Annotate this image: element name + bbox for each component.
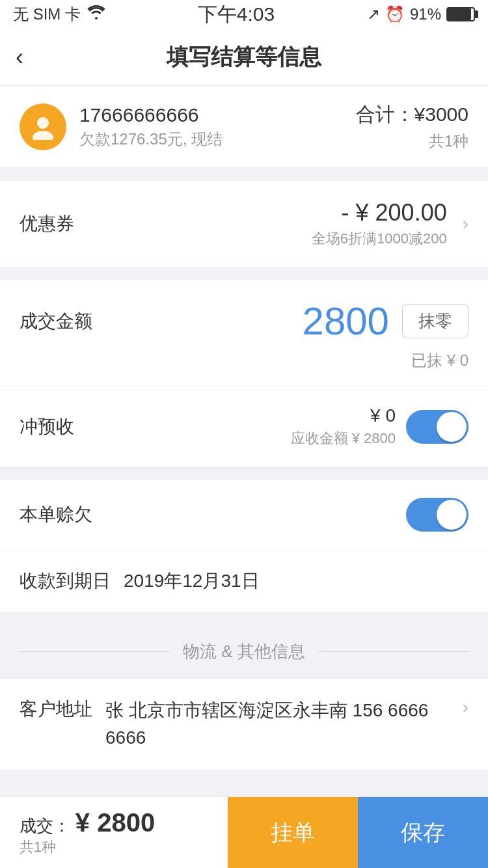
nav-bar: ‹ 填写结算等信息 xyxy=(0,29,488,86)
carrier-label: 无 SIM 卡 xyxy=(13,4,81,25)
customer-note: 欠款1276.35元, 现结 xyxy=(79,129,223,150)
advance-value: ¥ 0 xyxy=(291,405,396,426)
status-right: ↗ ⏰ 91% xyxy=(367,5,475,23)
svg-point-1 xyxy=(33,131,53,140)
deal-amount: 2800 xyxy=(303,299,389,344)
advance-row: 冲预收 ¥ 0 应收金额 ¥ 2800 xyxy=(0,387,488,467)
alarm-icon: ⏰ xyxy=(385,5,405,23)
advance-sub: 应收金额 ¥ 2800 xyxy=(291,429,396,448)
bottom-amount: ¥ 2800 xyxy=(75,808,155,837)
customer-phone: 17666666666 xyxy=(79,104,223,126)
logistics-divider: 物流 & 其他信息 xyxy=(0,625,488,679)
page-title: 填写结算等信息 xyxy=(167,42,321,72)
total-count: 共1种 xyxy=(356,131,468,152)
back-button[interactable]: ‹ xyxy=(16,44,23,71)
logistics-label: 物流 & 其他信息 xyxy=(183,640,305,663)
round-button[interactable]: 抹零 xyxy=(402,304,468,338)
chevron-right-icon: › xyxy=(463,213,468,234)
status-time: 下午4:03 xyxy=(198,1,275,28)
bottom-deal-label: 成交： xyxy=(20,816,70,835)
debt-label: 本单赊欠 xyxy=(20,502,92,527)
due-date-value: 2019年12月31日 xyxy=(124,569,260,593)
save-button[interactable]: 保存 xyxy=(358,797,488,868)
discount-sub: 全场6折满1000减200 xyxy=(312,229,447,249)
wifi-icon xyxy=(87,5,105,23)
discount-label: 优惠券 xyxy=(20,211,74,236)
avatar xyxy=(20,103,66,150)
location-icon: ↗ xyxy=(367,5,380,23)
bottom-bar: 成交： ¥ 2800 共1种 挂单 保存 xyxy=(0,796,488,868)
svg-point-0 xyxy=(37,117,49,129)
bottom-count: 共1种 xyxy=(20,837,208,857)
address-value: 张 北京市市辖区海淀区永丰南 156 6666 6666 xyxy=(105,697,457,752)
address-label: 客户地址 xyxy=(20,697,92,722)
hold-button[interactable]: 挂单 xyxy=(228,797,358,868)
status-left: 无 SIM 卡 xyxy=(13,4,105,25)
customer-row: 17666666666 欠款1276.35元, 现结 合计：¥3000 共1种 xyxy=(0,86,488,168)
discount-row[interactable]: 优惠券 - ¥ 200.00 全场6折满1000减200 › xyxy=(0,181,488,267)
deal-amount-section: 成交金额 2800 抹零 已抹 ¥ 0 xyxy=(0,280,488,387)
due-date-label: 收款到期日 xyxy=(20,569,111,593)
debt-row: 本单赊欠 xyxy=(0,480,488,550)
debt-toggle[interactable] xyxy=(406,498,468,532)
advance-label: 冲预收 xyxy=(20,414,74,439)
address-row[interactable]: 客户地址 张 北京市市辖区海淀区永丰南 156 6666 6666 › xyxy=(0,679,488,770)
total-amount: 合计：¥3000 xyxy=(356,102,468,128)
bottom-summary: 成交： ¥ 2800 共1种 xyxy=(0,797,228,868)
main-content: 17666666666 欠款1276.35元, 现结 合计：¥3000 共1种 … xyxy=(0,86,488,868)
chevron-right-icon: › xyxy=(463,697,468,718)
battery-percent: 91% xyxy=(410,5,441,23)
advance-toggle[interactable] xyxy=(406,410,468,444)
due-date-row: 收款到期日 2019年12月31日 xyxy=(0,550,488,612)
status-bar: 无 SIM 卡 下午4:03 ↗ ⏰ 91% xyxy=(0,0,488,29)
deal-label: 成交金额 xyxy=(20,309,92,334)
deal-rounded-sub: 已抹 ¥ 0 xyxy=(0,350,488,387)
discount-value: - ¥ 200.00 xyxy=(312,199,447,226)
battery-icon xyxy=(446,7,475,21)
